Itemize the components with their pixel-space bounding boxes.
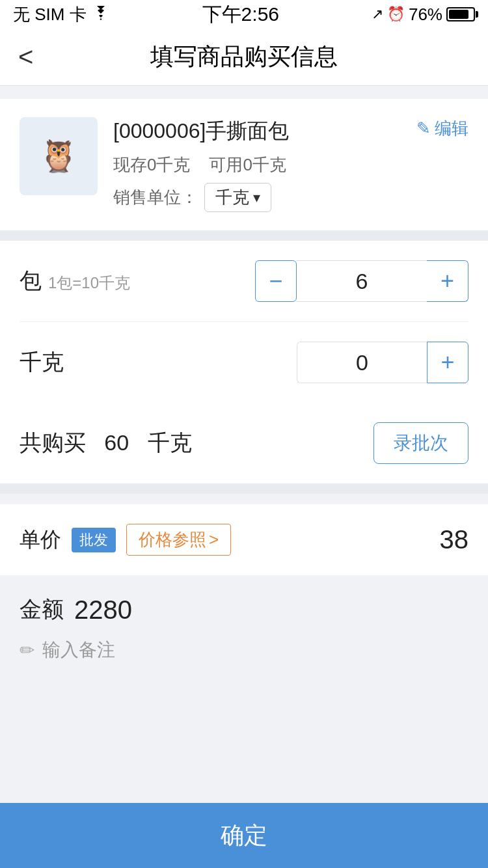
edit-icon: ✎ xyxy=(416,118,431,139)
chevron-down-icon: ▾ xyxy=(253,189,260,206)
bao-input[interactable] xyxy=(297,260,427,302)
price-value: 38 xyxy=(440,525,469,554)
total-section: 共购买 60 千克 录批次 xyxy=(0,403,488,483)
confirm-button[interactable]: 确定 xyxy=(0,803,488,868)
status-bar: 无 SIM 卡 下午2:56 ↗ ⏰ 76% xyxy=(0,0,488,29)
price-label: 单价 xyxy=(20,526,61,554)
kg-input[interactable] xyxy=(297,342,427,383)
bao-hint: 1包=10千克 xyxy=(48,273,130,293)
product-name: [0000006]手撕面包 xyxy=(113,117,468,146)
input-section: 包 1包=10千克 − + 千克 + xyxy=(0,241,488,403)
bao-stepper: − + xyxy=(255,260,468,302)
unit-select[interactable]: 千克 ▾ xyxy=(204,183,271,212)
product-image: 🦉 xyxy=(20,117,98,195)
remark-placeholder: 输入备注 xyxy=(42,638,115,662)
status-left: 无 SIM 卡 xyxy=(13,3,110,26)
bao-plus-button[interactable]: + xyxy=(427,260,468,302)
bao-label: 包 1包=10千克 xyxy=(20,266,130,296)
product-stock: 现存0千克 可用0千克 xyxy=(113,154,468,176)
amount-section: 金额 2280 ✏ 输入备注 xyxy=(0,575,488,675)
page-title: 填写商品购买信息 xyxy=(150,41,338,73)
product-unit: 销售单位： 千克 ▾ xyxy=(113,183,468,212)
bao-minus-button[interactable]: − xyxy=(255,260,297,302)
price-section: 单价 批发 价格参照 > 38 xyxy=(0,504,488,575)
kg-plus-button[interactable]: + xyxy=(427,342,468,383)
status-time: 下午2:56 xyxy=(202,1,279,28)
carrier-label: 无 SIM 卡 xyxy=(13,3,87,26)
total-text: 共购买 60 千克 xyxy=(20,428,192,458)
chevron-right-icon: > xyxy=(209,530,219,550)
price-tag: 批发 xyxy=(72,528,116,552)
divider-2 xyxy=(0,483,488,494)
batch-button[interactable]: 录批次 xyxy=(373,422,468,464)
kg-label: 千克 xyxy=(20,347,64,377)
remark-row[interactable]: ✏ 输入备注 xyxy=(20,638,468,662)
nav-bar: < 填写商品购买信息 xyxy=(0,29,488,86)
product-section: 🦉 [0000006]手撕面包 现存0千克 可用0千克 销售单位： 千克 ▾ ✎… xyxy=(0,99,488,230)
battery-icon xyxy=(446,7,475,21)
price-ref-button[interactable]: 价格参照 > xyxy=(126,524,231,556)
edit-button[interactable]: ✎ 编辑 xyxy=(416,117,468,140)
kg-row: 千克 + xyxy=(20,322,468,403)
amount-row: 金额 2280 xyxy=(20,595,468,625)
product-logo-icon: 🦉 xyxy=(39,138,78,174)
product-info: [0000006]手撕面包 现存0千克 可用0千克 销售单位： 千克 ▾ xyxy=(113,117,468,212)
battery-percent: 76% xyxy=(409,5,442,25)
amount-label: 金额 xyxy=(20,595,64,625)
wifi-icon xyxy=(92,5,110,25)
location-icon: ↗ xyxy=(372,6,383,23)
alarm-icon: ⏰ xyxy=(387,6,405,23)
price-row: 单价 批发 价格参照 > 38 xyxy=(20,524,468,556)
bao-row: 包 1包=10千克 − + xyxy=(20,241,468,322)
back-button[interactable]: < xyxy=(18,42,33,72)
pencil-icon: ✏ xyxy=(20,640,34,661)
status-right: ↗ ⏰ 76% xyxy=(372,5,475,25)
kg-stepper: + xyxy=(297,342,468,383)
divider-1 xyxy=(0,230,488,241)
amount-value: 2280 xyxy=(74,595,132,625)
